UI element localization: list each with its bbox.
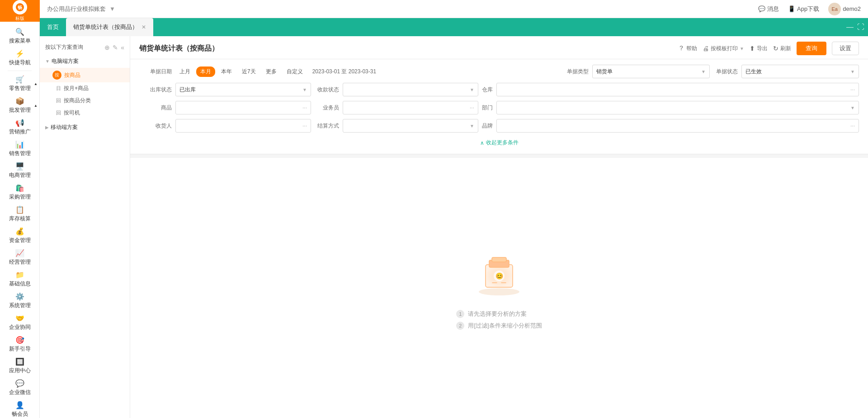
divider bbox=[8, 71, 31, 71]
sidebar-logo: 畅 标版 bbox=[0, 0, 40, 22]
scheme-item-by-month-goods[interactable]: 日 按月+商品 bbox=[40, 82, 130, 95]
warehouse-name-dots[interactable]: ··· bbox=[850, 86, 855, 93]
hint-text-2: 用[过滤]条件来缩小分析范围 bbox=[468, 322, 542, 330]
svg-rect-5 bbox=[492, 257, 506, 262]
print-label: 按模板打印 bbox=[711, 45, 738, 52]
salesman-dots[interactable]: ··· bbox=[470, 104, 474, 111]
collapse-panel-icon[interactable]: « bbox=[121, 44, 124, 51]
sidebar-item-quicknav[interactable]: ⚡ 快捷导航 bbox=[0, 47, 39, 69]
date-tag-7days[interactable]: 近7天 bbox=[238, 66, 260, 77]
scheme-group-header-desktop[interactable]: ▼ 电脑端方案 bbox=[40, 55, 130, 68]
sidebar-item-retail[interactable]: 🛒 零售管理 ▲ bbox=[0, 73, 39, 95]
warehouse-name-select[interactable]: ··· bbox=[496, 83, 859, 96]
monitor-icon: 🖥️ bbox=[15, 162, 24, 171]
date-tag-custom[interactable]: 自定义 bbox=[283, 66, 307, 77]
dept-select[interactable]: ▼ bbox=[496, 101, 859, 114]
brand-dots[interactable]: ··· bbox=[850, 123, 855, 129]
sidebar-item-search[interactable]: 🔍 搜索菜单 bbox=[0, 25, 39, 47]
sidebar-item-inventory[interactable]: 📋 库存核算 bbox=[0, 203, 39, 225]
export-button[interactable]: ⬆ 导出 bbox=[750, 45, 768, 52]
sidebar-item-label: 企业协同 bbox=[9, 323, 31, 331]
warehouse-value: 已出库 bbox=[179, 86, 196, 94]
query-button[interactable]: 查询 bbox=[797, 42, 826, 55]
scheme-sub-item-label: 按商品分类 bbox=[64, 97, 91, 104]
sidebar-item-purchase[interactable]: 🛍️ 采购管理 bbox=[0, 181, 39, 203]
collapse-row[interactable]: ∧ 收起更多条件 bbox=[139, 137, 859, 148]
sidebar-item-label: 营销推广 bbox=[9, 128, 31, 136]
tab-close-icon[interactable]: ✕ bbox=[142, 24, 146, 30]
date-tag-this-year[interactable]: 本年 bbox=[217, 66, 236, 77]
sidebar-item-member[interactable]: 👤 畅会员 bbox=[0, 399, 39, 418]
sidebar-item-operations[interactable]: 📈 经营管理 bbox=[0, 247, 39, 268]
receipt-status-select[interactable]: ▼ bbox=[343, 83, 478, 96]
empty-illustration: 😊 bbox=[472, 247, 526, 301]
sidebar-item-sales[interactable]: 📊 销售管理 bbox=[0, 138, 39, 160]
receiver-dots[interactable]: ··· bbox=[302, 123, 307, 129]
username: demo2 bbox=[843, 5, 861, 12]
message-button[interactable]: 💬 消息 bbox=[758, 5, 779, 13]
scheme-item-by-category[interactable]: 回 按商品分类 bbox=[40, 95, 130, 107]
edit-scheme-icon[interactable]: ✎ bbox=[113, 44, 118, 51]
page-title: 销货单统计表（按商品） bbox=[139, 44, 219, 53]
sidebar-item-system[interactable]: ⚙️ 系统管理 bbox=[0, 290, 39, 312]
left-panel-icons: ⊕ ✎ « bbox=[104, 44, 124, 51]
tab-home[interactable]: 首页 bbox=[40, 18, 66, 36]
sidebar-item-collab[interactable]: 🤝 企业协同 bbox=[0, 312, 39, 333]
print-button[interactable]: 🖨 按模板打印 ▼ bbox=[703, 45, 744, 52]
sidebar-item-label: 企业微信 bbox=[9, 389, 31, 396]
tab-minimize-icon[interactable]: — bbox=[846, 23, 854, 31]
scheme-item-by-driver[interactable]: 回 按司机 bbox=[40, 107, 130, 119]
scheme-item-label: 按商品 bbox=[64, 71, 80, 79]
settings-button[interactable]: 设置 bbox=[832, 42, 859, 55]
sidebar-item-guide[interactable]: 🎯 新手引导 bbox=[0, 333, 39, 355]
group-expand-icon: ▶ bbox=[45, 125, 49, 130]
help-button[interactable]: ？ 帮助 bbox=[678, 44, 697, 52]
sidebar-item-label: 系统管理 bbox=[9, 302, 31, 309]
date-tag-this-month[interactable]: 本月 bbox=[196, 66, 215, 77]
export-label: 导出 bbox=[757, 45, 768, 52]
print-dropdown-icon[interactable]: ▼ bbox=[740, 46, 744, 51]
settlement-select[interactable]: ▼ bbox=[343, 119, 478, 133]
doc-status-select[interactable]: 已生效 ▼ bbox=[741, 65, 859, 78]
doc-type-select[interactable]: 销货单 ▼ bbox=[592, 65, 710, 78]
avatar: Ea bbox=[828, 3, 841, 15]
sidebar-item-finance[interactable]: 💰 资金管理 bbox=[0, 225, 39, 247]
sidebar-item-marketing[interactable]: 📢 营销推广 bbox=[0, 116, 39, 138]
goods-select[interactable]: ··· bbox=[175, 101, 311, 114]
breadcrumb-dropdown-icon[interactable]: ▼ bbox=[109, 5, 115, 12]
sidebar-item-label: 销售管理 bbox=[9, 150, 31, 157]
sidebar-item-basicinfo[interactable]: 📁 基础信息 bbox=[0, 268, 39, 290]
tab-sales-report[interactable]: 销货单统计表（按商品） ✕ bbox=[66, 18, 153, 36]
brand-select[interactable]: ··· bbox=[496, 119, 859, 133]
hint-item-2: 2 用[过滤]条件来缩小分析范围 bbox=[456, 322, 542, 330]
scheme-group-header-mobile[interactable]: ▶ 移动端方案 bbox=[40, 121, 130, 134]
date-tag-more[interactable]: 更多 bbox=[262, 66, 281, 77]
date-tag-last-month[interactable]: 上月 bbox=[175, 66, 194, 77]
page-title-bar: 销货单统计表（按商品） ？ 帮助 🖨 按模板打印 ▼ ⬆ 导出 bbox=[130, 36, 868, 59]
sidebar-item-apps[interactable]: 🔲 应用中心 bbox=[0, 355, 39, 377]
warehouse-select[interactable]: 已出库 ▼ bbox=[175, 83, 311, 96]
user-profile[interactable]: Ea demo2 bbox=[828, 3, 861, 15]
sidebar-item-label: 应用中心 bbox=[9, 367, 31, 375]
filter-row-2: 出库状态 已出库 ▼ 收款状态 ▼ 仓库 ··· bbox=[139, 83, 859, 96]
sidebar-item-label: 经营管理 bbox=[9, 258, 31, 266]
handshake-icon: 🤝 bbox=[15, 314, 24, 323]
sidebar-item-wholesale[interactable]: 📦 批发管理 ▲ bbox=[0, 95, 39, 116]
sidebar-item-label: 采购管理 bbox=[9, 193, 31, 201]
sidebar-nav: 🔍 搜索菜单 ⚡ 快捷导航 🛒 零售管理 ▲ 📦 批发管理 ▲ 📢 营销推广 📊… bbox=[0, 22, 39, 418]
receiver-select[interactable]: ··· bbox=[175, 119, 311, 133]
download-icon: 📱 bbox=[788, 5, 795, 12]
add-scheme-icon[interactable]: ⊕ bbox=[104, 44, 110, 51]
salesman-select[interactable]: ··· bbox=[343, 101, 478, 114]
goods-dots[interactable]: ··· bbox=[302, 104, 307, 111]
collapse-icon: ∧ bbox=[480, 140, 484, 146]
breadcrumb-title: 办公用品行业模拟账套 bbox=[47, 5, 106, 13]
sidebar-item-ecommerce[interactable]: 🖥️ 电商管理 bbox=[0, 160, 39, 181]
scheme-item-by-goods[interactable]: 按 按商品 bbox=[40, 68, 130, 82]
tab-maximize-icon[interactable]: ⛶ bbox=[857, 23, 864, 31]
sidebar-item-wechat-work[interactable]: 💬 企业微信 bbox=[0, 377, 39, 399]
refresh-button[interactable]: ↻ 刷新 bbox=[773, 45, 791, 52]
breadcrumb: 办公用品行业模拟账套 ▼ bbox=[47, 5, 115, 13]
app-download-button[interactable]: 📱 App下载 bbox=[788, 5, 819, 13]
print-icon: 🖨 bbox=[703, 45, 709, 52]
